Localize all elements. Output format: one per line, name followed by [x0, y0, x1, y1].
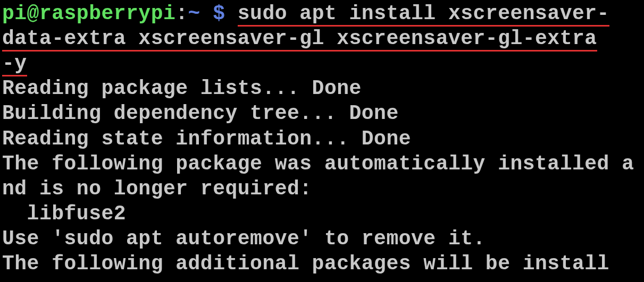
command-text-line3: -y	[2, 52, 27, 76]
output-line: Use 'sudo apt autoremove' to remove it.	[2, 227, 486, 250]
terminal-window[interactable]: pi@raspberrypi:~ $ sudo apt install xscr…	[2, 1, 642, 276]
prompt-separator: :	[175, 2, 188, 25]
prompt-symbol: $	[200, 2, 238, 25]
prompt-user-host: pi@raspberrypi	[2, 2, 175, 25]
output-line: libfuse2	[2, 202, 126, 225]
command-text-line2: data-extra xscreensaver-gl xscreensaver-…	[2, 27, 597, 52]
prompt-path: ~	[188, 2, 200, 25]
output-line: The following additional packages will b…	[2, 252, 609, 275]
output-line: Reading package lists... Done	[2, 77, 362, 100]
output-line: Reading state information... Done	[2, 127, 411, 150]
output-line: The following package was automatically …	[2, 152, 634, 200]
command-text-line1: sudo apt install xscreensaver-	[238, 2, 609, 27]
output-line: Building dependency tree... Done	[2, 102, 399, 125]
